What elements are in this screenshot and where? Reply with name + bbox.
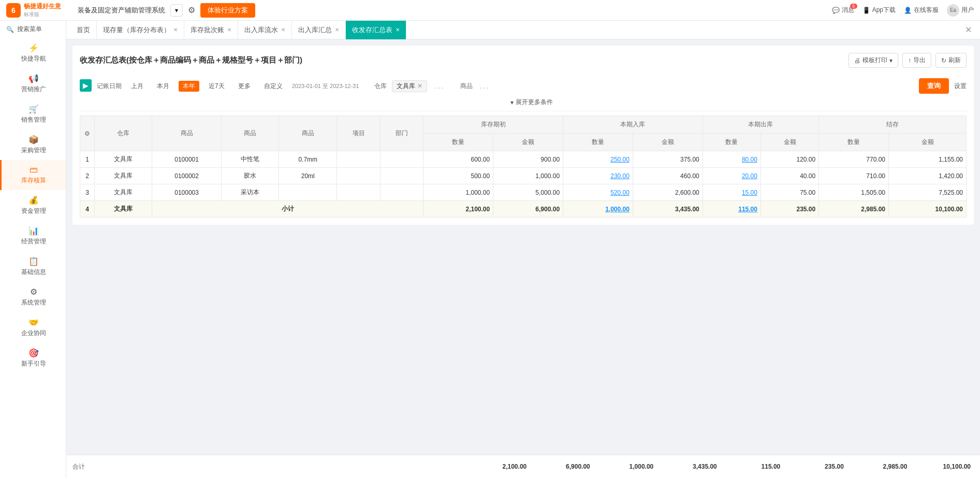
setting-button[interactable]: 设置 [954,82,967,91]
tab-inout-summary-close[interactable]: ✕ [335,27,339,33]
gear-button[interactable]: ⚙ [188,5,195,15]
warehouse-tag-text: 文具库 [397,82,415,91]
subtotal-row: 4 文具库 小计 2,100.00 6,900.00 1,000.00 3,43… [80,201,967,218]
message-icon: 💬 [832,7,840,14]
logo-area: 6 畅捷通好生意 标准版 [6,2,72,18]
tab-batch[interactable]: 库存批次账 ✕ [184,21,238,39]
row-out-qty[interactable]: 15.00 [703,184,760,201]
marketing-icon: 📢 [28,74,39,83]
sidebar-item-quick-nav[interactable]: ⚡ 快捷导航 [0,38,66,68]
message-action[interactable]: 💬 消息 6 [832,6,854,15]
row-spec [279,184,337,201]
tab-recv-send-summary[interactable]: 收发存汇总表 ✕ [346,21,406,39]
logo-text: 畅捷通好生意 标准版 [24,2,61,18]
tab-inout-summary[interactable]: 出入库汇总 ✕ [292,21,346,39]
app-download-action[interactable]: 📱 App下载 [862,6,896,15]
tab-batch-close[interactable]: ✕ [227,27,231,33]
row-out-amt: 40.00 [760,168,818,184]
subtotal-end-qty: 2,985.00 [819,201,889,218]
system-icon: ⚙ [30,287,37,297]
date-label: 记账日期 [97,82,122,91]
online-service-action[interactable]: 👤 在线客服 [904,6,939,15]
sidebar-item-label: 企业协同 [21,329,46,338]
total-in-amt: 3,435.00 [656,459,720,474]
date-btn-more[interactable]: 更多 [234,81,255,92]
phone-icon: 📱 [862,7,870,14]
refresh-button[interactable]: ↻ 刷新 [935,53,967,68]
warehouse-label: 仓库 [374,82,387,91]
tab-home-label: 首页 [77,25,90,35]
tab-stock-dist[interactable]: 现存量（库存分布表） ✕ [97,21,184,39]
warehouse-filter-dots[interactable]: ... [434,81,444,91]
sidebar-item-inventory[interactable]: 🗃 库存核算 [0,160,66,190]
expand-label: 展开更多条件 [516,98,553,107]
date-btn-7days[interactable]: 近7天 [204,81,229,92]
row-end-qty: 710.00 [819,168,889,184]
search-menu[interactable]: 🔍 搜索菜单 [0,21,66,38]
sidebar-item-system[interactable]: ⚙ 系统管理 [0,282,66,312]
sidebar-item-finance[interactable]: 💰 资金管理 [0,190,66,221]
total-end-amt: 10,100.00 [910,459,974,474]
total-out-qty: 115.00 [720,459,784,474]
row-end-qty: 1,505.00 [819,184,889,201]
tab-inout-summary-label: 出入库汇总 [298,25,332,35]
table-row: 2 文具库 0100002 胶水 20ml 500.00 1,000.00 23… [80,168,967,184]
row-code: 0100002 [152,168,222,184]
date-btn-this-year[interactable]: 本年 [179,81,199,92]
sidebar-item-label: 库存核算 [21,176,46,185]
query-button[interactable]: 查询 [919,78,949,94]
sidebar-item-enterprise[interactable]: 🤝 企业协同 [0,312,66,343]
row-opening-qty: 1,000.00 [423,184,493,201]
row-in-qty[interactable]: 520.00 [563,184,633,201]
row-spec: 0.7mm [279,151,337,168]
subtotal-out-qty[interactable]: 115.00 [703,201,760,218]
tab-inout-flow-close[interactable]: ✕ [281,27,285,33]
trial-button[interactable]: 体验行业方案 [200,3,255,18]
bottom-total-bar: 合计 2,100.00 6,900.00 1,000.00 3,435.00 [66,455,980,478]
sidebar-item-basic-info[interactable]: 📋 基础信息 [0,251,66,282]
sidebar-item-marketing[interactable]: 📢 营销推广 [0,68,66,99]
print-button[interactable]: 🖨 模板打印 ▾ [849,53,898,68]
sidebar-item-sales[interactable]: 🛒 销售管理 [0,99,66,129]
subtotal-opening-qty: 2,100.00 [423,201,493,218]
filter-arrow[interactable]: ▶ [80,79,92,92]
sidebar-item-guide[interactable]: 🎯 新手引导 [0,343,66,373]
subtotal-in-amt: 3,435.00 [633,201,703,218]
basic-info-icon: 📋 [28,256,39,266]
subtotal-in-qty[interactable]: 1,000.00 [563,201,633,218]
tab-close-all[interactable]: ✕ [961,25,976,35]
sidebar-item-purchase[interactable]: 📦 采购管理 [0,129,66,160]
tab-home[interactable]: 首页 [70,21,97,39]
warehouse-tag-remove[interactable]: ✕ [417,82,422,90]
date-btn-custom[interactable]: 自定义 [260,81,287,92]
tab-stock-dist-close[interactable]: ✕ [173,27,178,33]
row-opening-amt: 5,000.00 [493,184,563,201]
tab-inout-flow[interactable]: 出入库流水 ✕ [238,21,292,39]
user-action[interactable]: Ea 用户 [947,4,974,17]
subtotal-opening-amt: 6,900.00 [493,201,563,218]
goods-filter-dots[interactable]: ... [480,81,490,91]
row-in-qty[interactable]: 230.00 [563,168,633,184]
sidebar-item-operations[interactable]: 📊 经营管理 [0,221,66,251]
date-btn-this-month[interactable]: 本月 [153,81,173,92]
row-code: 0100003 [152,184,222,201]
subtotal-no: 4 [80,201,95,218]
row-no: 3 [80,184,95,201]
row-in-qty[interactable]: 250.00 [563,151,633,168]
row-out-qty[interactable]: 80.00 [703,151,760,168]
tab-recv-send-label: 收发存汇总表 [352,25,392,35]
row-out-qty[interactable]: 20.00 [703,168,760,184]
print-label: 模板打印 [862,56,887,65]
goods-label: 商品 [460,82,473,91]
system-dropdown[interactable]: ▾ [170,4,183,17]
expand-conditions-button[interactable]: ▾ 展开更多条件 [510,98,553,107]
app-download-label: App下载 [872,6,896,15]
total-label: 合计 [72,462,85,471]
date-btn-last-month[interactable]: 上月 [127,81,148,92]
system-title: 装备及固定资产辅助管理系统 [78,6,165,15]
th-settings[interactable]: ⚙ [80,116,95,151]
enterprise-icon: 🤝 [28,317,39,327]
tab-recv-send-close[interactable]: ✕ [396,27,400,33]
export-button[interactable]: ↑ 导出 [902,53,931,68]
row-warehouse: 文具库 [95,184,152,201]
